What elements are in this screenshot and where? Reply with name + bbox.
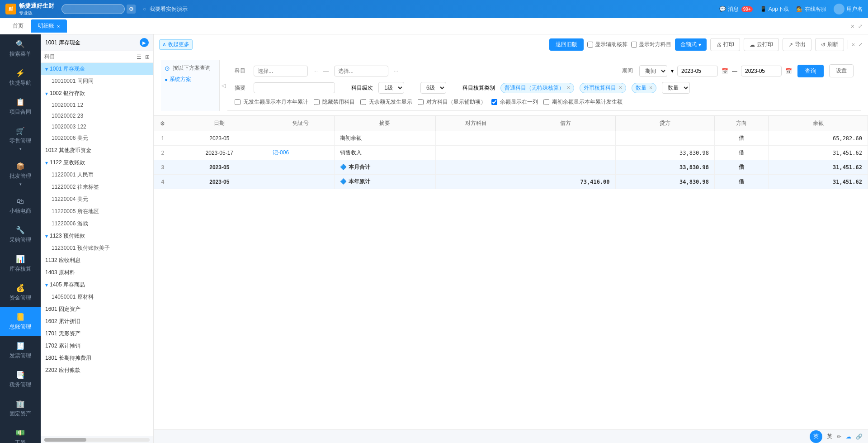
setting-btn[interactable]: 设置 <box>829 64 854 77</box>
sidebar-item-inventory[interactable]: 📊 库存核算 <box>0 249 41 278</box>
export-btn[interactable]: ↗ 导出 <box>783 38 811 51</box>
demo-link[interactable]: 我要看实例演示 <box>150 5 188 13</box>
tree-item-1002[interactable]: ▾ 1002 银行存款 <box>41 87 153 100</box>
navigate-btn[interactable]: ▶ <box>140 38 149 47</box>
tab-home[interactable]: 首页 <box>5 19 31 33</box>
tree-item-11220005[interactable]: 11220005 所在地区 <box>41 205 153 218</box>
tree-item-11220002[interactable]: 11220002 往来标签 <box>41 181 153 193</box>
tree-item-11220004[interactable]: 11220004 美元 <box>41 193 153 205</box>
period-cal-icon2[interactable]: 📅 <box>785 68 792 74</box>
tree-item-1405[interactable]: ▾ 1405 库存商品 <box>41 279 153 291</box>
sidebar-item-tax[interactable]: 📑 税务管理 <box>0 365 41 394</box>
tree-item-10020001[interactable]: 10020001 12 <box>41 100 153 110</box>
cb-balance-col[interactable]: 余额显示在一列 <box>491 98 538 106</box>
tree-item-1801[interactable]: 1801 长期待摊费用 <box>41 352 153 364</box>
tree-filter-icon[interactable]: ⊞ <box>145 54 150 60</box>
cb-hide-disabled[interactable]: 隐藏禁用科目 <box>314 98 355 106</box>
tree-item-1012[interactable]: 1012 其他货币资金 <box>41 144 153 157</box>
tree-item-11230001[interactable]: 11230001 预付账款美子 <box>41 242 153 254</box>
period-cal-icon1[interactable]: 📅 <box>722 68 728 74</box>
tree-item-1122[interactable]: ▾ 1122 应收账款 <box>41 157 153 169</box>
sidebar-item-salary[interactable]: 💵 工资 <box>0 423 41 443</box>
tree-item-1403[interactable]: 1403 原材料 <box>41 267 153 279</box>
tab-detail[interactable]: 明细账 × <box>31 19 67 33</box>
system-scheme-btn[interactable]: ● 系统方案 <box>165 76 216 83</box>
quantity-select[interactable]: 数量 <box>662 82 690 94</box>
th-settings[interactable]: ⚙ <box>154 116 172 131</box>
sidebar-item-quicknav[interactable]: ⚡ 快捷导航 <box>0 63 41 92</box>
cb-no-balance[interactable]: 无余额无发生显示 <box>360 98 412 106</box>
tag-quantity-close[interactable]: × <box>649 85 652 91</box>
sidebar-item-search[interactable]: 🔍 搜索菜单 <box>0 34 41 63</box>
panel-expand-btn[interactable]: ⤢ <box>859 42 863 48</box>
sidebar-item-finance[interactable]: 💰 资金管理 <box>0 278 41 307</box>
tree-item-1701[interactable]: 1701 无形资产 <box>41 328 153 340</box>
print-btn[interactable]: 🖨 打印 <box>710 38 740 51</box>
account-from-input[interactable] <box>254 66 308 76</box>
sidebar-item-ecommerce[interactable]: 🛍 小畅电商 <box>0 192 41 220</box>
close-window-btn[interactable]: × <box>851 23 854 30</box>
amount-format-btn[interactable]: 金额式 ▾ <box>675 38 707 51</box>
level-from-select[interactable]: 1级2级3级 <box>378 82 404 94</box>
more-btn[interactable]: ∧ 收起更多 <box>159 39 193 50</box>
tree-item-1123[interactable]: ▾ 1123 预付账款 <box>41 230 153 242</box>
panel-close-btn[interactable]: × <box>852 42 855 48</box>
tree-item-1601[interactable]: 1601 固定资产 <box>41 303 153 315</box>
sidebar-item-wholesale[interactable]: 📦 批发管理 ▾ <box>0 157 41 192</box>
show-helper-checkbox[interactable]: 显示辅助核算 <box>587 41 627 48</box>
search-btn[interactable]: 查询 <box>797 65 824 77</box>
voucher-link[interactable]: 记-006 <box>273 149 289 156</box>
level-to-select[interactable]: 6级1级2级 <box>420 82 446 94</box>
tree-sort-icon[interactable]: ☰ <box>137 54 142 60</box>
message-btn[interactable]: 💬 消息 99+ <box>719 5 753 13</box>
show-opposite-checkbox[interactable]: 显示对方科目 <box>631 41 671 48</box>
tree-item-11220001[interactable]: 11220001 人民币 <box>41 169 153 181</box>
tree-item-14050001[interactable]: 14050001 原材料 <box>41 291 153 303</box>
cloud-print-btn[interactable]: ☁ 云打印 <box>744 38 779 51</box>
period-start-input[interactable] <box>677 66 718 76</box>
tree-item-1602[interactable]: 1602 累计折旧 <box>41 315 153 328</box>
back-old-btn[interactable]: 退回旧版 <box>549 38 584 51</box>
tree-item-10020003[interactable]: 10020003 122 <box>41 121 153 132</box>
cloud-save-icon[interactable]: ☁ <box>846 433 851 440</box>
tree-item-1001[interactable]: ▾ 1001 库存现金 <box>41 63 153 75</box>
tree-item-1702[interactable]: 1702 累计摊销 <box>41 340 153 352</box>
tree-item-10020006[interactable]: 10020006 美元 <box>41 132 153 144</box>
sidebar-item-assets[interactable]: 🏢 固定资产 <box>0 394 41 423</box>
cb-opening[interactable]: 期初余额显示本年累计发生额 <box>543 98 623 106</box>
collapse-arrow[interactable]: ◁ <box>220 60 227 111</box>
period-end-input[interactable] <box>741 66 782 76</box>
tree-item-11220006[interactable]: 11220006 游戏 <box>41 218 153 230</box>
tag-normal-close[interactable]: × <box>567 85 570 91</box>
lang-btn[interactable]: 英 <box>810 430 822 443</box>
refresh-btn[interactable]: ↺ 刷新 <box>815 38 844 51</box>
online-service-btn[interactable]: 💁 在线客服 <box>796 5 826 13</box>
cb-opposite[interactable]: 对方科目（显示辅助项） <box>418 98 486 106</box>
sidebar-item-contract[interactable]: 📋 项目合同 <box>0 92 41 121</box>
tree-item-1132[interactable]: 1132 应收利息 <box>41 254 153 267</box>
expand-window-btn[interactable]: ⤢ <box>858 23 863 29</box>
tree-item-2202[interactable]: 2202 应付账款 <box>41 364 153 376</box>
undo-icon[interactable]: 英 <box>827 433 832 440</box>
app-download-btn[interactable]: 📱 App下载 <box>760 5 789 13</box>
link-icon[interactable]: 🔗 <box>856 433 863 440</box>
tag-foreign-close[interactable]: × <box>619 85 622 91</box>
settings-icon[interactable]: ⚙ <box>127 5 136 14</box>
user-avatar[interactable]: 用户名 <box>834 4 863 14</box>
sidebar-item-purchase[interactable]: 🔧 采购管理 <box>0 220 41 249</box>
sidebar-item-invoice[interactable]: 🧾 发票管理 <box>0 336 41 365</box>
row-debit <box>516 131 615 146</box>
col-settings-icon[interactable]: ⚙ <box>160 120 165 127</box>
sidebar-item-retail[interactable]: 🛒 零售管理 ▾ <box>0 121 41 157</box>
edit-icon[interactable]: ✏ <box>837 433 841 440</box>
sidebar-item-ledger[interactable]: 📒 总账管理 <box>0 307 41 336</box>
inventory-icon: 📊 <box>16 255 25 263</box>
tree-item-10020002[interactable]: 10020002 23 <box>41 110 153 121</box>
period-mode-select[interactable]: 期间 <box>639 65 667 77</box>
search-input[interactable] <box>61 4 125 14</box>
account-to-input[interactable] <box>334 66 388 76</box>
tree-item-10010001[interactable]: 10010001 同同同 <box>41 75 153 87</box>
tab-close-btn[interactable]: × <box>57 24 60 29</box>
cb-no-amount[interactable]: 无发生额显示本月本年累计 <box>235 98 308 106</box>
summary-input[interactable] <box>254 82 335 93</box>
